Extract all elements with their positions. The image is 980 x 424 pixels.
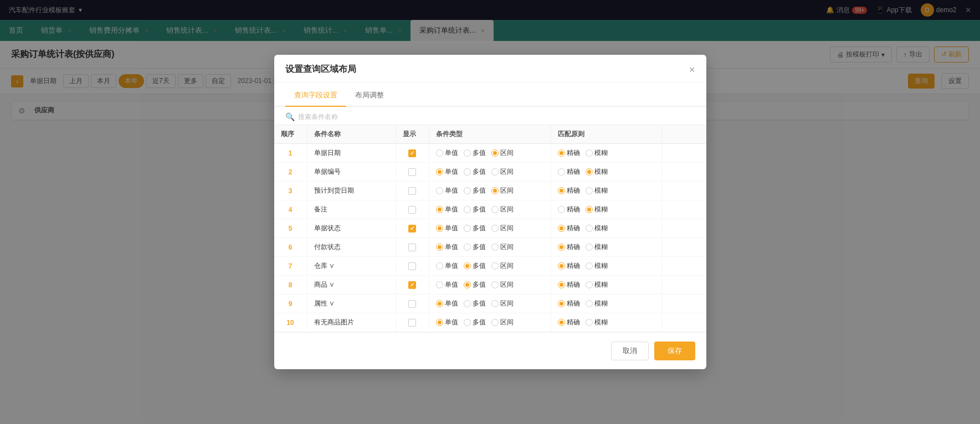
match-radio-item[interactable]: 精确 [558,318,580,327]
cell-display[interactable] [396,220,429,237]
type-radio-item[interactable]: 区间 [491,148,514,158]
modal-close-button[interactable]: × [689,65,695,75]
radio-dot[interactable] [491,281,499,288]
display-checkbox[interactable] [408,300,416,308]
display-checkbox[interactable] [408,262,416,270]
cell-display[interactable] [396,164,429,180]
cell-display[interactable] [396,258,429,275]
type-radio-item[interactable]: 区间 [491,242,514,252]
match-radio-dot[interactable] [558,262,565,270]
match-radio-item[interactable]: 模糊 [586,205,608,214]
type-radio-item[interactable]: 单值 [436,280,458,289]
match-radio-dot[interactable] [558,149,565,157]
type-radio-item[interactable]: 单值 [436,261,458,271]
type-radio-item[interactable]: 区间 [491,261,514,271]
radio-dot[interactable] [464,149,471,157]
type-radio-item[interactable]: 区间 [491,280,514,289]
type-radio-item[interactable]: 单值 [436,205,458,214]
cell-display[interactable] [396,296,429,312]
display-checkbox[interactable] [408,206,416,214]
cell-display[interactable] [396,277,429,293]
radio-dot[interactable] [464,300,471,307]
radio-dot[interactable] [436,149,443,157]
radio-dot[interactable] [491,206,499,213]
match-radio-dot[interactable] [586,300,593,307]
type-radio-item[interactable]: 区间 [491,186,514,195]
match-radio-dot[interactable] [586,281,593,288]
type-radio-item[interactable]: 单值 [436,242,458,252]
radio-dot[interactable] [436,244,443,251]
modal-tab-query-fields[interactable]: 查询字段设置 [285,85,346,107]
match-radio-dot[interactable] [586,187,593,194]
match-radio-item[interactable]: 模糊 [586,148,608,158]
type-radio-item[interactable]: 单值 [436,299,458,308]
modal-tab-layout[interactable]: 布局调整 [346,85,393,107]
radio-dot[interactable] [464,206,471,213]
match-radio-dot[interactable] [586,319,593,326]
type-radio-item[interactable]: 单值 [436,148,458,158]
cancel-button[interactable]: 取消 [611,342,649,360]
match-radio-item[interactable]: 模糊 [586,299,608,308]
cell-display[interactable] [396,145,429,162]
match-radio-item[interactable]: 模糊 [586,242,608,252]
radio-dot[interactable] [491,149,499,157]
radio-dot[interactable] [491,244,499,251]
match-radio-dot[interactable] [586,149,593,157]
radio-dot[interactable] [464,187,471,194]
match-radio-item[interactable]: 精确 [558,205,580,214]
display-checkbox[interactable] [408,168,416,176]
cell-display[interactable] [396,314,429,331]
match-radio-dot[interactable] [558,281,565,288]
type-radio-item[interactable]: 区间 [491,224,514,233]
match-radio-dot[interactable] [558,206,565,213]
match-radio-dot[interactable] [586,262,593,270]
match-radio-item[interactable]: 模糊 [586,280,608,289]
radio-dot[interactable] [436,319,443,326]
display-checkbox[interactable] [408,281,416,289]
radio-dot[interactable] [491,262,499,270]
save-button[interactable]: 保存 [654,342,695,360]
match-radio-dot[interactable] [586,168,593,175]
type-radio-item[interactable]: 单值 [436,167,458,177]
match-radio-dot[interactable] [558,168,565,175]
radio-dot[interactable] [491,168,499,175]
display-checkbox[interactable] [408,149,416,157]
type-radio-item[interactable]: 多值 [464,280,486,289]
match-radio-item[interactable]: 模糊 [586,261,608,271]
type-radio-item[interactable]: 多值 [464,318,486,327]
search-input[interactable] [298,113,409,121]
display-checkbox[interactable] [408,319,416,327]
type-radio-item[interactable]: 多值 [464,242,486,252]
type-radio-item[interactable]: 多值 [464,167,486,177]
type-radio-item[interactable]: 单值 [436,224,458,233]
radio-dot[interactable] [464,319,471,326]
match-radio-dot[interactable] [558,244,565,251]
type-radio-item[interactable]: 区间 [491,167,514,177]
type-radio-item[interactable]: 多值 [464,148,486,158]
radio-dot[interactable] [491,300,499,307]
display-checkbox[interactable] [408,225,416,232]
match-radio-dot[interactable] [558,225,565,232]
radio-dot[interactable] [436,168,443,175]
type-radio-item[interactable]: 多值 [464,186,486,195]
match-radio-dot[interactable] [558,187,565,194]
match-radio-dot[interactable] [586,206,593,213]
match-radio-item[interactable]: 精确 [558,186,580,195]
display-checkbox[interactable] [408,187,416,195]
type-radio-item[interactable]: 多值 [464,224,486,233]
radio-dot[interactable] [464,281,471,288]
cell-display[interactable] [396,201,429,218]
cell-display[interactable] [396,239,429,256]
radio-dot[interactable] [436,262,443,270]
match-radio-item[interactable]: 精确 [558,167,580,177]
match-radio-item[interactable]: 精确 [558,148,580,158]
radio-dot[interactable] [491,187,499,194]
radio-dot[interactable] [464,225,471,232]
match-radio-item[interactable]: 精确 [558,299,580,308]
match-radio-item[interactable]: 模糊 [586,167,608,177]
type-radio-item[interactable]: 区间 [491,299,514,308]
radio-dot[interactable] [464,244,471,251]
radio-dot[interactable] [491,319,499,326]
match-radio-item[interactable]: 模糊 [586,318,608,327]
type-radio-item[interactable]: 单值 [436,318,458,327]
